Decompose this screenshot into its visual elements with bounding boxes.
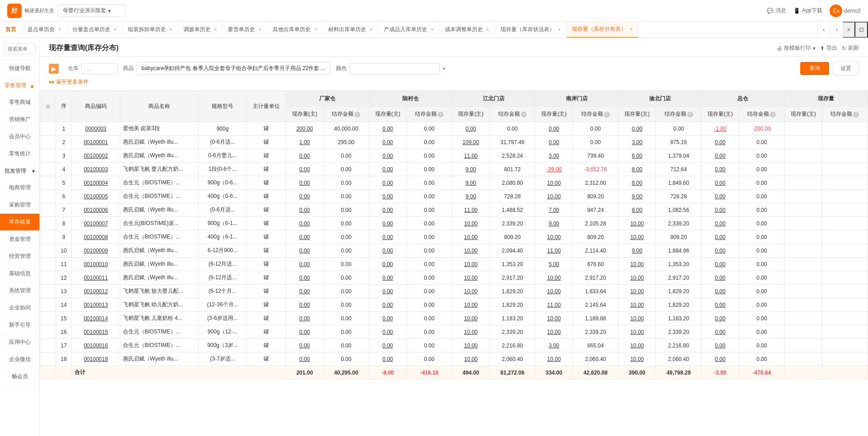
- row-yubei-qty[interactable]: 9.00: [618, 244, 656, 258]
- row-settings[interactable]: [40, 136, 56, 149]
- row-kundun-qty[interactable]: 0.00: [369, 258, 406, 271]
- row-code[interactable]: 00100012: [72, 285, 120, 298]
- close-icon[interactable]: ×: [558, 27, 561, 32]
- sidebar-item-guide[interactable]: 新手引导: [0, 317, 39, 334]
- row-code[interactable]: 00100010: [72, 258, 120, 271]
- nav-expand-button[interactable]: ⊡: [855, 22, 868, 38]
- row-code[interactable]: 00100015: [72, 325, 120, 339]
- row-jiangbei-qty[interactable]: 10.00: [452, 325, 490, 339]
- row-settings[interactable]: [40, 149, 56, 163]
- goods-input[interactable]: babycare孕妇待产包 春季入院全套母子组合孕妇产后冬季月子用品 22件套 …: [137, 62, 330, 75]
- row-total-qty[interactable]: 0.00: [702, 285, 739, 298]
- row-jiangbei-qty[interactable]: 11.00: [452, 203, 490, 217]
- row-yubei-qty[interactable]: 10.00: [618, 352, 656, 366]
- row-code[interactable]: 00100008: [72, 230, 120, 244]
- info-icon[interactable]: i: [354, 112, 360, 117]
- row-yubei-qty[interactable]: 10.00: [618, 325, 656, 339]
- row-kundun-qty[interactable]: 0.00: [369, 163, 406, 176]
- row-kundun-qty[interactable]: 0.00: [369, 190, 406, 203]
- row-yubei-qty[interactable]: 8.00: [618, 163, 656, 176]
- sidebar-item-retail-stats[interactable]: 零售统计: [0, 145, 39, 163]
- row-settings[interactable]: [40, 285, 56, 298]
- row-code[interactable]: 00100007: [72, 217, 120, 230]
- info-icon[interactable]: i: [521, 112, 527, 117]
- row-jiangbei-qty[interactable]: 10.00: [452, 298, 490, 312]
- row-nangan-qty[interactable]: 3.00: [535, 149, 573, 163]
- row-code[interactable]: 00100011: [72, 271, 120, 285]
- tab-cost-adjust-history[interactable]: 成本调整单历史 ×: [439, 22, 495, 38]
- tab-fraction-history[interactable]: 分量盘点单历史 ×: [67, 22, 123, 38]
- row-code[interactable]: 00100009: [72, 244, 120, 258]
- tab-stock-distribution[interactable]: 现存量（库存分布表） ×: [566, 22, 638, 38]
- row-kundun-qty[interactable]: 0.00: [369, 312, 406, 325]
- row-nangan-qty[interactable]: 10.00: [535, 230, 573, 244]
- close-icon[interactable]: ×: [170, 27, 172, 32]
- sidebar-item-purchase[interactable]: 采购管理: [0, 197, 39, 214]
- row-kundun-qty[interactable]: 0.00: [369, 271, 406, 285]
- row-kundun-qty[interactable]: 0.00: [369, 285, 406, 298]
- row-nangan-qty[interactable]: 10.00: [535, 352, 573, 366]
- row-kundun-qty[interactable]: 0.00: [369, 203, 406, 217]
- row-yubei-qty[interactable]: 8.00: [618, 176, 656, 190]
- row-settings[interactable]: [40, 244, 56, 258]
- tab-product-in-history[interactable]: 产成品入库单历史 ×: [378, 22, 439, 38]
- row-jiangbei-qty[interactable]: 10.00: [452, 352, 490, 366]
- sidebar-item-finance[interactable]: 资金管理: [0, 231, 39, 248]
- row-kundun-qty[interactable]: 0.00: [369, 298, 406, 312]
- row-jiangbei-qty[interactable]: 10.00: [452, 258, 490, 271]
- info-icon[interactable]: i: [604, 112, 610, 117]
- row-factory-qty[interactable]: 0.00: [286, 312, 323, 325]
- row-factory-qty[interactable]: 0.00: [286, 339, 323, 352]
- row-jiangbei-qty[interactable]: 10.00: [452, 217, 490, 230]
- industry-select[interactable]: 母婴行业演示陈套 ▾: [58, 5, 126, 17]
- row-jiangbei-qty[interactable]: 10.00: [452, 285, 490, 298]
- tab-transfer-history[interactable]: 调拨单历史 ×: [178, 22, 223, 38]
- info-icon[interactable]: i: [438, 112, 443, 117]
- row-yubei-qty[interactable]: 0.00: [618, 122, 656, 136]
- row-nangan-qty[interactable]: 10.00: [535, 325, 573, 339]
- row-settings[interactable]: [40, 176, 56, 190]
- search-input[interactable]: [4, 43, 36, 54]
- row-kundun-qty[interactable]: 0.00: [369, 217, 406, 230]
- row-total-qty[interactable]: 0.00: [702, 217, 739, 230]
- row-yubei-qty[interactable]: 10.00: [618, 271, 656, 285]
- sidebar-item-retail-mall[interactable]: 零售商城: [0, 94, 39, 111]
- sidebar-item-member-center[interactable]: 会员中心: [0, 128, 39, 145]
- row-nangan-qty[interactable]: 11.00: [535, 298, 573, 312]
- row-total-qty[interactable]: 0.00: [702, 339, 739, 352]
- row-settings[interactable]: [40, 122, 56, 136]
- sidebar-item-ecommerce[interactable]: 电商管理: [0, 179, 39, 197]
- row-jiangbei-qty[interactable]: 10.00: [452, 339, 490, 352]
- row-kundun-qty[interactable]: 0.00: [369, 352, 406, 366]
- row-code[interactable]: 00100018: [72, 352, 120, 366]
- sidebar-item-inventory[interactable]: 库存核算: [0, 214, 39, 231]
- row-kundun-qty[interactable]: 0.00: [369, 244, 406, 258]
- close-icon[interactable]: ×: [486, 27, 489, 32]
- row-jiangbei-qty[interactable]: 10.00: [452, 312, 490, 325]
- row-total-qty[interactable]: 0.00: [702, 298, 739, 312]
- print-button[interactable]: 🖨 按模板打印 ▾: [777, 44, 816, 52]
- row-total-qty[interactable]: 0.00: [702, 190, 739, 203]
- refresh-button[interactable]: ↻ 刷新: [842, 44, 859, 52]
- row-nangan-qty[interactable]: 10.00: [535, 176, 573, 190]
- close-icon[interactable]: ×: [259, 27, 261, 32]
- tab-stock-status[interactable]: 现存量（库存状况表） ×: [495, 22, 567, 38]
- row-factory-qty[interactable]: 0.00: [286, 244, 323, 258]
- row-kundun-qty[interactable]: 0.00: [369, 325, 406, 339]
- warehouse-input[interactable]: ...: [81, 63, 118, 75]
- row-jiangbei-qty[interactable]: 9.00: [452, 190, 490, 203]
- row-code[interactable]: 0000003: [72, 122, 120, 136]
- row-factory-qty[interactable]: 0.00: [286, 285, 323, 298]
- row-factory-qty[interactable]: 0.00: [286, 352, 323, 366]
- row-settings[interactable]: [40, 190, 56, 203]
- row-code[interactable]: 00100006: [72, 203, 120, 217]
- row-settings[interactable]: [40, 230, 56, 244]
- row-code[interactable]: 00100001: [72, 136, 120, 149]
- row-code[interactable]: 00100013: [72, 298, 120, 312]
- row-yubei-qty[interactable]: 10.00: [618, 230, 656, 244]
- row-nangan-qty[interactable]: 10.00: [535, 271, 573, 285]
- row-settings[interactable]: [40, 203, 56, 217]
- row-jiangbei-qty[interactable]: 0.00: [452, 122, 490, 136]
- sidebar-item-enterprise-collab[interactable]: 企业协同: [0, 300, 39, 317]
- row-factory-qty[interactable]: 0.00: [286, 298, 323, 312]
